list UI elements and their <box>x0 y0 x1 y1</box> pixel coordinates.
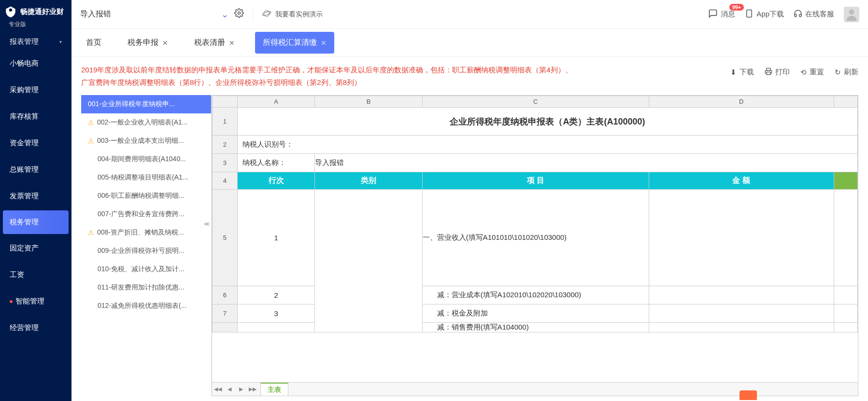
sheet-nav-prev[interactable]: ◀ <box>224 386 235 392</box>
tab-suodeshuihuisuan[interactable]: 所得税汇算清缴✕ <box>255 32 334 54</box>
cell-6-amount[interactable] <box>649 286 834 304</box>
taxpayer-name-value[interactable]: 导入报错 <box>315 154 858 172</box>
download-button[interactable]: ⬇下载 <box>730 68 754 77</box>
warn-icon: ⚠ <box>88 229 94 236</box>
sidebar-item-gongzi[interactable]: 工资 <box>0 262 71 288</box>
notification-dot <box>10 300 13 303</box>
sheet-grid[interactable]: A B C D 1 企业所得税年度纳税申报表（A类）主表(A100000) <box>212 96 858 382</box>
sheet-tab-main[interactable]: 主表 <box>260 383 288 396</box>
cell-8-amount[interactable] <box>649 323 834 332</box>
print-button[interactable]: 打印 <box>765 68 790 77</box>
demo-link[interactable]: 我要看实例演示 <box>262 9 323 20</box>
row-head-1[interactable]: 1 <box>213 108 238 136</box>
row-head-6[interactable]: 6 <box>213 286 238 304</box>
cell-5-amount[interactable] <box>649 190 834 286</box>
app-download-button[interactable]: App下载 <box>745 9 784 19</box>
cell-6-extra[interactable] <box>834 286 857 304</box>
taxpayer-id-label[interactable]: 纳税人识别号： <box>237 136 857 154</box>
header-item: 项 目 <box>422 172 649 190</box>
cell-7-amount[interactable] <box>649 304 834 323</box>
close-icon[interactable]: ✕ <box>162 39 168 47</box>
row-head-3[interactable]: 3 <box>213 154 238 172</box>
mobile-icon <box>745 9 754 19</box>
sidebar-item-zhineng[interactable]: 智能管理 <box>0 288 71 315</box>
header-seq: 行次 <box>237 172 315 190</box>
gear-icon[interactable] <box>234 8 244 20</box>
sidebar-item-caigou[interactable]: 采购管理 <box>0 77 71 103</box>
col-head-e[interactable] <box>834 96 857 108</box>
cell-8-item[interactable]: 减：销售费用(填写A104000) <box>422 323 649 332</box>
message-button[interactable]: 消息 99+ <box>708 9 735 20</box>
form-item-008[interactable]: ⚠008-资产折旧、摊销及纳税... <box>81 223 211 242</box>
taxpayer-name-label[interactable]: 纳税人名称： <box>237 154 315 172</box>
sheet-nav-first[interactable]: ◀◀ <box>212 386 224 392</box>
message-icon <box>708 9 718 20</box>
cell-8-seq[interactable] <box>237 323 315 332</box>
form-item-004[interactable]: 004-期间费用明细表(A1040... <box>81 150 211 168</box>
sheet-title[interactable]: 企业所得税年度纳税申报表（A类）主表(A100000) <box>237 108 857 136</box>
form-item-011[interactable]: 011-研发费用加计扣除优惠... <box>81 278 211 297</box>
logo-icon <box>4 5 17 18</box>
warn-icon: ⚠ <box>88 119 94 126</box>
sheet-nav-next[interactable]: ▶ <box>235 386 247 392</box>
sidebar-item-zijin[interactable]: 资金管理 <box>0 130 71 156</box>
row-head-7[interactable]: 7 <box>213 304 238 323</box>
sheet-nav-last[interactable]: ▶▶ <box>247 386 258 392</box>
tab-shuibiao[interactable]: 税表清册✕ <box>188 31 241 55</box>
col-head-d[interactable]: D <box>649 96 834 108</box>
tab-home[interactable]: 首页 <box>80 31 107 55</box>
form-item-001[interactable]: 001-企业所得税年度纳税申... <box>81 95 211 113</box>
close-icon[interactable]: ✕ <box>229 39 235 47</box>
form-item-005[interactable]: 005-纳税调整项目明细表(A1... <box>81 168 211 187</box>
row-head-2[interactable]: 2 <box>213 136 238 154</box>
sidebar-item-baobiao[interactable]: 报表管理▾ <box>0 33 71 50</box>
sidebar-item-fapiao[interactable]: 发票管理 <box>0 183 71 209</box>
form-item-002[interactable]: ⚠002-一般企业收入明细表(A1... <box>81 113 211 132</box>
row-head-5[interactable]: 5 <box>213 190 238 286</box>
sidebar-item-jingying[interactable]: 经营管理 <box>0 315 71 341</box>
topbar: 导入报错 ⌄ 我要看实例演示 消息 99+ App下载 <box>71 0 868 29</box>
floating-widget[interactable] <box>740 390 757 400</box>
form-item-007[interactable]: 007-广告费和业务宣传费跨... <box>81 205 211 223</box>
close-icon[interactable]: ✕ <box>321 39 327 47</box>
cell-7-seq[interactable]: 3 <box>237 304 315 323</box>
cell-5-category[interactable] <box>315 190 422 332</box>
avatar[interactable] <box>844 7 859 22</box>
form-item-006[interactable]: 006-职工薪酬纳税调整明细... <box>81 187 211 205</box>
cell-8-extra[interactable] <box>834 323 857 332</box>
tab-shuiwushenbao[interactable]: 税务申报✕ <box>122 31 174 55</box>
chevron-down-icon[interactable]: ⌄ <box>221 9 228 20</box>
cell-6-seq[interactable]: 2 <box>237 286 315 304</box>
row-head-8[interactable] <box>213 323 238 332</box>
cell-5-item[interactable]: 一、营业收入(填写A101010\101020\103000) <box>422 190 649 286</box>
refresh-button[interactable]: ↻刷新 <box>835 68 858 77</box>
reset-button[interactable]: ⟲重置 <box>800 68 824 77</box>
svg-point-0 <box>238 12 241 14</box>
collapse-panel-icon[interactable]: ≪ <box>204 221 210 227</box>
sidebar-item-dianshang[interactable]: 小畅电商 <box>0 50 71 77</box>
sidebar-item-zongzhang[interactable]: 总账管理 <box>0 156 71 183</box>
divider <box>253 8 253 21</box>
col-head-b[interactable]: B <box>315 96 422 108</box>
search-display[interactable]: 导入报错 <box>80 9 215 19</box>
sidebar-item-kucun[interactable]: 库存核算 <box>0 103 71 130</box>
cell-5-extra[interactable] <box>834 190 857 286</box>
col-head-c[interactable]: C <box>422 96 649 108</box>
form-item-009[interactable]: 009-企业所得税弥补亏损明... <box>81 242 211 260</box>
sidebar-item-guding[interactable]: 固定资产 <box>0 235 71 262</box>
cell-5-seq[interactable]: 1 <box>237 190 315 286</box>
cell-7-extra[interactable] <box>834 304 857 323</box>
col-head-a[interactable]: A <box>237 96 315 108</box>
sheet-corner[interactable] <box>213 96 238 108</box>
cell-7-item[interactable]: 减：税金及附加 <box>422 304 649 323</box>
sidebar-item-shuiwu[interactable]: 税务管理 <box>3 210 69 234</box>
support-button[interactable]: 在线客服 <box>794 9 834 19</box>
row-head-4[interactable]: 4 <box>213 172 238 190</box>
form-item-003[interactable]: ⚠003-一般企业成本支出明细... <box>81 132 211 150</box>
message-badge: 99+ <box>729 4 744 11</box>
sheet-tabs: ◀◀ ◀ ▶ ▶▶ 主表 <box>212 382 858 396</box>
form-item-012[interactable]: 012-减免所得税优惠明细表(... <box>81 297 211 315</box>
brand-name: 畅捷通好业财 <box>20 7 64 16</box>
cell-6-item[interactable]: 减：营业成本(填写A102010\102020\103000) <box>422 286 649 304</box>
form-item-010[interactable]: 010-免税、减计收入及加计... <box>81 260 211 278</box>
